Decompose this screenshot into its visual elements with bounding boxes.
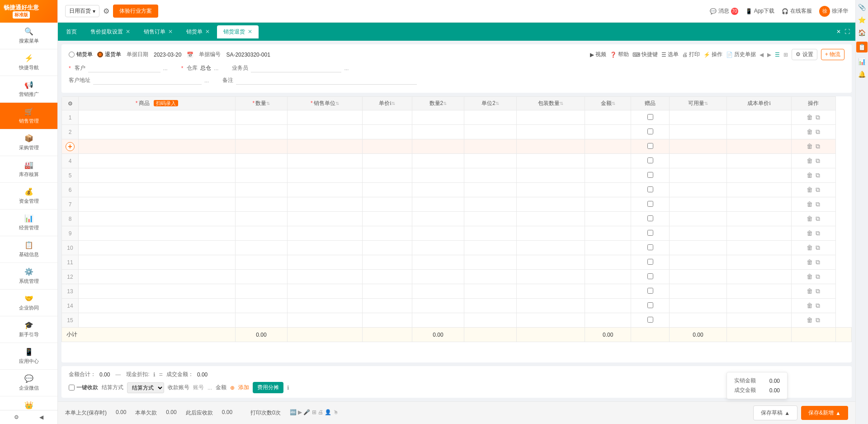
tab-sales-order[interactable]: 销售订单 ✕ [137, 25, 179, 38]
quantity-cell[interactable] [235, 255, 288, 270]
quantity2-cell[interactable] [412, 299, 464, 313]
gift-cell[interactable] [631, 241, 670, 255]
sales-unit-cell[interactable] [288, 110, 362, 125]
sales-unit-cell[interactable] [288, 139, 362, 154]
sales-unit-cell[interactable] [288, 241, 362, 255]
sales-unit-cell[interactable] [288, 154, 362, 168]
unit-price-cell[interactable] [362, 255, 412, 270]
available-cell[interactable] [670, 197, 727, 212]
pack-qty-cell[interactable] [516, 299, 585, 313]
amount-cell[interactable] [585, 270, 631, 284]
available-cell[interactable] [670, 168, 727, 183]
sidebar-item-sales[interactable]: 🛒 销售管理 [0, 103, 57, 129]
copy-icon[interactable]: ⧉ [816, 172, 820, 179]
quantity2-cell[interactable] [412, 241, 464, 255]
gift-cell[interactable] [631, 313, 670, 328]
copy-icon[interactable]: ⧉ [816, 186, 820, 194]
gift-checkbox[interactable] [647, 114, 653, 120]
copy-icon[interactable]: ⧉ [816, 114, 820, 121]
user-item[interactable]: 徐 徐泽华 [819, 6, 848, 17]
product-input[interactable] [82, 143, 231, 150]
gift-checkbox[interactable] [647, 288, 653, 294]
delete-icon[interactable]: 🗑 [807, 302, 813, 310]
quantity-cell[interactable] [235, 183, 288, 197]
save-new-button[interactable]: 保存&新增 ▲ [801, 406, 848, 420]
available-cell[interactable] [670, 270, 727, 284]
unit2-cell[interactable] [464, 183, 517, 197]
unit2-cell[interactable] [464, 154, 517, 168]
gift-cell[interactable] [631, 226, 670, 241]
sidebar-item-apps[interactable]: 📱 应用中心 [0, 343, 57, 370]
right-panel-icon-5[interactable]: 📊 [858, 58, 866, 65]
amount-cell[interactable] [585, 154, 631, 168]
sales-unit-cell[interactable] [288, 212, 362, 226]
gift-cell[interactable] [631, 270, 670, 284]
quantity2-cell[interactable] [412, 154, 464, 168]
delete-icon[interactable]: 🗑 [807, 200, 813, 208]
unit2-cell[interactable] [464, 270, 517, 284]
th-gear[interactable]: ⚙ [62, 97, 79, 110]
gift-checkbox[interactable] [647, 244, 653, 250]
tab-home[interactable]: 首页 [60, 25, 83, 38]
available-cell[interactable] [670, 255, 727, 270]
available-cell[interactable] [670, 183, 727, 197]
online-service-item[interactable]: 🎧 在线客服 [782, 7, 812, 15]
tab-close-price-setting[interactable]: ✕ [126, 29, 130, 35]
copy-icon[interactable]: ⧉ [816, 215, 820, 223]
amount-cell[interactable] [585, 168, 631, 183]
amount-cell[interactable] [585, 212, 631, 226]
cost-price-cell[interactable] [726, 168, 791, 183]
sidebar-item-operation[interactable]: 📊 经营管理 [0, 210, 57, 236]
industry-select[interactable]: 日用百货 ▾ [65, 5, 99, 17]
amount-cell[interactable] [585, 241, 631, 255]
sidebar-item-newbie[interactable]: 🎓 新手引导 [0, 316, 57, 343]
select-btn[interactable]: ☰ 选单 [661, 51, 679, 58]
sales-unit-cell[interactable] [288, 226, 362, 241]
prev-icon[interactable]: ◀ [760, 52, 764, 58]
right-panel-icon-6[interactable]: 🔔 [858, 71, 866, 78]
help-btn[interactable]: ❓ 帮助 [610, 51, 629, 58]
delete-icon[interactable]: 🗑 [807, 215, 813, 223]
available-cell[interactable] [670, 125, 727, 139]
address-input[interactable] [93, 76, 202, 85]
copy-icon[interactable]: ⧉ [816, 273, 820, 281]
gift-cell[interactable] [631, 284, 670, 299]
cost-price-cell[interactable] [726, 284, 791, 299]
delete-icon[interactable]: 🗑 [807, 273, 813, 281]
unit-price-cell[interactable] [362, 313, 412, 328]
pack-qty-cell[interactable] [516, 212, 585, 226]
warehouse-picker[interactable]: ... [214, 65, 218, 71]
available-cell[interactable] [670, 212, 727, 226]
unit2-cell[interactable] [464, 241, 517, 255]
delete-icon[interactable]: 🗑 [807, 128, 813, 136]
sidebar-item-inventory[interactable]: 🏭 库存核算 [0, 156, 57, 183]
pack-qty-cell[interactable] [516, 270, 585, 284]
unit-price-cell[interactable] [362, 110, 412, 125]
add-icon[interactable]: ⊕ [230, 385, 235, 391]
quantity-cell[interactable] [235, 110, 288, 125]
cost-price-cell[interactable] [726, 139, 791, 154]
product-cell[interactable] [79, 255, 236, 270]
unit-price-cell[interactable] [362, 299, 412, 313]
unit2-cell[interactable] [464, 313, 517, 328]
pack-qty-cell[interactable] [516, 313, 585, 328]
quantity2-cell[interactable] [412, 255, 464, 270]
settlement-select[interactable]: 结算方式 [127, 382, 164, 393]
video-btn[interactable]: ▶ 视频 [590, 51, 606, 58]
salesperson-picker[interactable]: ... [344, 65, 349, 71]
salesperson-input[interactable] [251, 64, 341, 72]
amount-cell[interactable] [585, 125, 631, 139]
copy-icon[interactable]: ⧉ [816, 200, 820, 208]
sales-unit-cell[interactable] [288, 168, 362, 183]
sales-unit-cell[interactable] [288, 299, 362, 313]
amount-cell[interactable] [585, 110, 631, 125]
quantity-cell[interactable] [235, 313, 288, 328]
cost-price-cell[interactable] [726, 313, 791, 328]
pack-qty-cell[interactable] [516, 110, 585, 125]
quantity2-cell[interactable] [412, 226, 464, 241]
next-icon[interactable]: ▶ [767, 52, 771, 58]
quantity-cell[interactable] [235, 168, 288, 183]
available-cell[interactable] [670, 313, 727, 328]
cost-price-cell[interactable] [726, 154, 791, 168]
print-btn[interactable]: 🖨 打印 [682, 51, 700, 58]
